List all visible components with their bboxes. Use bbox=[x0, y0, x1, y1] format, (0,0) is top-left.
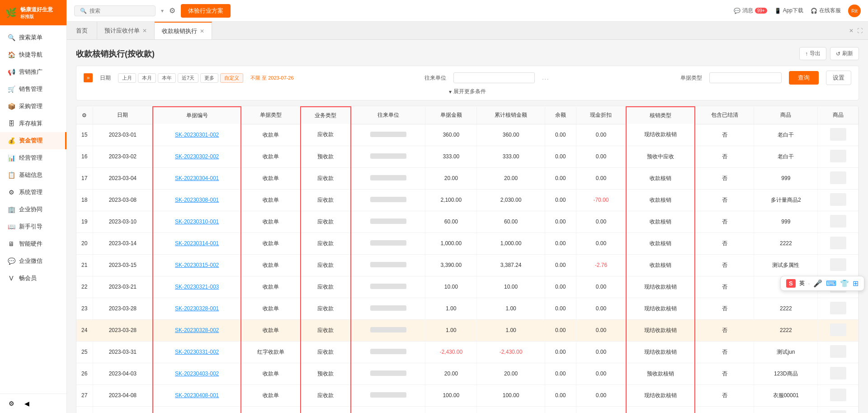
cell-partner bbox=[351, 406, 425, 413]
sidebar-item-inventory[interactable]: 🗄库存核算 bbox=[0, 115, 66, 132]
bill-no-link[interactable]: SK-20230315-002 bbox=[175, 262, 219, 268]
message-item[interactable]: 💬 消息 99+ bbox=[734, 7, 767, 14]
search-input[interactable] bbox=[90, 8, 144, 14]
collapse-icon[interactable]: ◀ bbox=[23, 399, 31, 408]
cell-settled: 否 bbox=[695, 124, 754, 146]
sidebar-item-member[interactable]: V畅会员 bbox=[0, 270, 66, 287]
bill-no-link[interactable]: SK-20230302-002 bbox=[175, 153, 219, 160]
close-tab-icon[interactable]: ✕ bbox=[849, 28, 854, 34]
partner-input[interactable] bbox=[453, 72, 535, 83]
sidebar-item-search[interactable]: 🔍搜索菜单 bbox=[0, 29, 66, 46]
bill-no-link[interactable]: SK-20230314-001 bbox=[175, 240, 219, 247]
table-row: 15 2023-03-01 SK-20230301-002 收款单 应收款 36… bbox=[76, 124, 859, 146]
grid-icon[interactable]: ⊞ bbox=[853, 279, 859, 288]
cell-no: 15 bbox=[76, 124, 93, 146]
mic-icon[interactable]: 🎤 bbox=[813, 279, 822, 288]
cell-goods1: 衣服00001 bbox=[754, 385, 818, 406]
date-btn-this-month[interactable]: 本月 bbox=[138, 73, 156, 83]
query-button[interactable]: 查询 bbox=[789, 71, 819, 85]
expand-conditions[interactable]: ▾ 展开更多条件 bbox=[84, 85, 851, 95]
purchase-icon: 📦 bbox=[7, 102, 15, 110]
cell-biz-type: 应收款 bbox=[301, 124, 351, 146]
cell-discount: 0.00 bbox=[576, 276, 626, 298]
cell-verified: 333.00 bbox=[477, 146, 545, 167]
cell-date: 2023-03-01 bbox=[93, 124, 153, 146]
expand-tab-icon[interactable]: ⛶ bbox=[857, 28, 863, 34]
topbar-search-box[interactable]: 🔍 bbox=[74, 5, 156, 16]
guide-icon: 📖 bbox=[7, 223, 15, 231]
refresh-button[interactable]: ↺ 刷新 bbox=[830, 47, 859, 60]
date-btn-custom[interactable]: 自定义 bbox=[220, 73, 243, 83]
bill-no-link[interactable]: SK-20230308-001 bbox=[175, 197, 219, 203]
col-goods2: 商品 bbox=[818, 107, 859, 124]
cell-biz-type: 应收款 bbox=[301, 189, 351, 211]
sidebar-item-label: 销售管理 bbox=[19, 85, 42, 93]
expand-label: 展开更多条件 bbox=[453, 88, 486, 95]
cell-verified: 10.00 bbox=[477, 276, 545, 298]
sidebar-item-hardware[interactable]: 🖥智能硬件 bbox=[0, 235, 66, 252]
floating-text: 英 bbox=[799, 280, 805, 287]
cell-bill-no: SK-20230328-001 bbox=[153, 298, 241, 319]
app-download-item[interactable]: 📱 App下载 bbox=[774, 7, 803, 14]
cell-date: 2023-03-08 bbox=[93, 189, 153, 211]
sidebar-item-operation[interactable]: 📊经营管理 bbox=[0, 149, 66, 166]
logo-icon: 🌿 bbox=[5, 7, 17, 18]
date-btn-this-year[interactable]: 本年 bbox=[158, 73, 176, 83]
bill-no-link[interactable]: SK-20230328-002 bbox=[175, 327, 219, 333]
cell-verified: 100.00 bbox=[477, 406, 545, 413]
bill-no-link[interactable]: SK-20230301-002 bbox=[175, 132, 219, 138]
cell-amount: 10.00 bbox=[425, 276, 477, 298]
sidebar-item-finance[interactable]: 💰资金管理 bbox=[0, 132, 66, 149]
keyboard-icon[interactable]: ⌨ bbox=[826, 279, 836, 288]
bill-no-link[interactable]: SK-20230328-001 bbox=[175, 305, 219, 312]
page-title-row: 收款核销执行(按收款) ↑ 导出 ↺ 刷新 bbox=[76, 47, 859, 60]
sidebar-item-system[interactable]: ⚙系统管理 bbox=[0, 184, 66, 201]
table-row: 16 2023-03-02 SK-20230302-002 收款单 预收款 33… bbox=[76, 146, 859, 167]
bill-no-link[interactable]: SK-20230331-002 bbox=[175, 349, 219, 355]
tab-pre-receipt-label: 预计应收付单 bbox=[104, 27, 140, 35]
settings-button[interactable]: 设置 bbox=[826, 71, 851, 85]
cell-verified: 2,030.00 bbox=[477, 189, 545, 211]
service-item[interactable]: 🎧 在线客服 bbox=[811, 7, 841, 14]
hardware-icon: 🖥 bbox=[7, 240, 15, 248]
tab-receipt-exec-close[interactable]: ✕ bbox=[200, 28, 204, 34]
bill-no-link[interactable]: SK-20230403-002 bbox=[175, 370, 219, 377]
tab-pre-receipt-close[interactable]: ✕ bbox=[142, 28, 147, 34]
cell-partner bbox=[351, 211, 425, 233]
tab-receipt-exec[interactable]: 收款核销执行 ✕ bbox=[155, 22, 212, 39]
bill-no-link[interactable]: SK-20230310-001 bbox=[175, 218, 219, 225]
settings-icon[interactable]: ⚙ bbox=[7, 399, 15, 408]
bill-no-link[interactable]: SK-20230321-003 bbox=[175, 284, 219, 290]
sidebar-item-purchase[interactable]: 📦采购管理 bbox=[0, 98, 66, 115]
cell-biz-type: 应收款 bbox=[301, 406, 351, 413]
dropdown-arrow[interactable]: ▾ bbox=[161, 8, 164, 14]
sidebar-item-sales[interactable]: 🛒销售管理 bbox=[0, 81, 66, 98]
sidebar-item-marketing[interactable]: 📢营销推广 bbox=[0, 63, 66, 81]
sidebar-item-shortcut[interactable]: 🏠快捷导航 bbox=[0, 46, 66, 63]
sidebar-item-basic[interactable]: 📋基础信息 bbox=[0, 166, 66, 184]
date-btn-7days[interactable]: 近7天 bbox=[178, 73, 198, 83]
col-goods1: 商品 bbox=[754, 107, 818, 124]
date-btn-last-month[interactable]: 上月 bbox=[118, 73, 136, 83]
floating-brand: S bbox=[786, 279, 796, 288]
tab-home[interactable]: 首页 bbox=[67, 22, 97, 39]
export-button[interactable]: ↑ 导出 bbox=[799, 47, 826, 60]
cell-goods1: 2222 bbox=[754, 298, 818, 319]
col-settings[interactable]: ⚙ bbox=[76, 107, 93, 124]
solution-button[interactable]: 体验行业方案 bbox=[181, 4, 231, 18]
sidebar-item-guide[interactable]: 📖新手引导 bbox=[0, 218, 66, 235]
table-row: 22 2023-03-21 SK-20230321-003 收款单 应收款 10… bbox=[76, 276, 859, 298]
gear-icon[interactable]: ⚙ bbox=[169, 6, 175, 15]
voucher-type-select[interactable] bbox=[709, 72, 782, 83]
tab-pre-receipt[interactable]: 预计应收付单 ✕ bbox=[97, 22, 155, 39]
date-btn-more[interactable]: 更多 bbox=[200, 73, 218, 83]
sidebar-item-enterprise[interactable]: 🏢企业协同 bbox=[0, 201, 66, 218]
sidebar-item-wechat[interactable]: 💬企业微信 bbox=[0, 252, 66, 270]
bill-no-link[interactable]: SK-20230304-001 bbox=[175, 175, 219, 181]
shirt-icon[interactable]: 👕 bbox=[840, 279, 849, 288]
col-balance: 余额 bbox=[545, 107, 576, 124]
col-date: 日期 bbox=[93, 107, 153, 124]
bill-no-link[interactable]: SK-20230408-001 bbox=[175, 392, 219, 399]
filter-expand-button[interactable]: » bbox=[84, 73, 93, 82]
user-avatar[interactable]: Rit bbox=[848, 5, 861, 17]
